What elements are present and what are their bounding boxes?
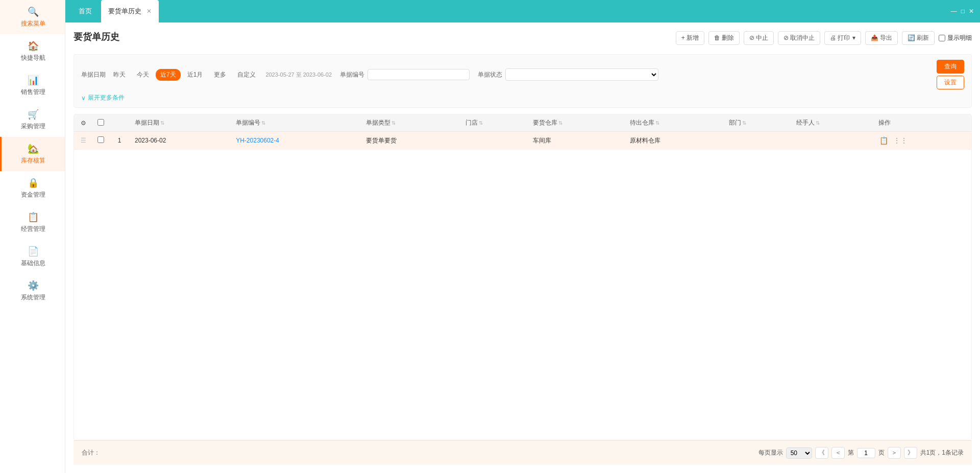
- col-doc-type: 单据类型⇅: [361, 114, 460, 132]
- table-wrap: ⚙ 单据日期⇅ 单据编号⇅ 单据类型⇅ 门店⇅ 要货仓库⇅ 待出仓库⇅ 部门⇅ …: [74, 114, 972, 440]
- row-handler: [791, 132, 873, 150]
- sidebar-item-search[interactable]: 🔍 搜索菜单: [0, 0, 65, 34]
- table-row: ☰ 1 2023-06-02 YH-20230602-4 要货单要货 车间库 原…: [74, 132, 971, 150]
- status-label: 单据状态: [478, 70, 502, 79]
- col-dept: 部门⇅: [724, 114, 791, 132]
- sidebar-item-inventory[interactable]: 🏡 库存核算: [0, 137, 65, 171]
- yesterday-btn[interactable]: 昨天: [109, 69, 130, 81]
- last7days-btn[interactable]: 近7天: [156, 69, 181, 81]
- print-button[interactable]: 🖨 打印 ▾: [824, 31, 861, 45]
- more-btn[interactable]: 更多: [209, 69, 231, 81]
- operations-icon: 📋: [28, 211, 39, 223]
- tab-requisition-history[interactable]: 要货单历史 ✕: [101, 0, 159, 22]
- maximize-button[interactable]: □: [961, 8, 965, 15]
- last1month-btn[interactable]: 近1月: [183, 69, 208, 81]
- doc-no-link[interactable]: YH-20230602-4: [236, 137, 279, 144]
- main-area: 首页 要货单历史 ✕ — □ ✕ 要货单历史 + 新增 🗑 删除: [65, 0, 980, 473]
- col-handler: 经手人⇅: [791, 114, 873, 132]
- row-store: [460, 132, 528, 150]
- total-info: 共1页，1条记录: [920, 448, 964, 457]
- refresh-button[interactable]: 🔄 刷新: [902, 31, 935, 45]
- print-dropdown-icon: ▾: [852, 34, 855, 41]
- reqwh-sort-icon[interactable]: ⇅: [558, 120, 562, 126]
- date-sort-icon[interactable]: ⇅: [160, 120, 164, 126]
- finance-icon: 🔒: [28, 177, 39, 188]
- row-num: 1: [109, 132, 130, 150]
- filter-row: 单据日期 昨天 今天 近7天 近1月 更多 自定义 2023-05-27 至 2…: [81, 60, 964, 89]
- doctype-sort-icon[interactable]: ⇅: [391, 120, 396, 126]
- new-button[interactable]: + 新增: [676, 31, 704, 45]
- row-checkbox: [92, 132, 109, 150]
- page-input[interactable]: [857, 448, 875, 458]
- export-button[interactable]: 📤 导出: [865, 31, 898, 45]
- row-dept: [724, 132, 791, 150]
- doc-number-label: 单据编号: [340, 70, 364, 79]
- tab-close-icon[interactable]: ✕: [146, 8, 152, 15]
- system-icon: ⚙️: [28, 280, 39, 291]
- date-filter: 单据日期 昨天 今天 近7天 近1月 更多 自定义 2023-05-27 至 2…: [81, 69, 332, 81]
- close-button[interactable]: ✕: [969, 8, 974, 15]
- sidebar-item-basic-info[interactable]: 📄 基础信息: [0, 240, 65, 274]
- row-doc-no: YH-20230602-4: [231, 132, 361, 150]
- col-num: [109, 114, 130, 132]
- show-detail-checkbox[interactable]: [939, 35, 945, 41]
- query-button[interactable]: 查询: [937, 60, 964, 74]
- page-title: 要货单历史: [74, 31, 119, 43]
- next-page-button[interactable]: ＞: [888, 447, 901, 459]
- show-detail-toggle[interactable]: 显示明细: [939, 34, 972, 42]
- table-footer: 合计： 每页显示 20 50 100 200 《 ＜ 第 页 ＞ 》 共1页，1…: [74, 440, 972, 465]
- data-table: ⚙ 单据日期⇅ 单据编号⇅ 单据类型⇅ 门店⇅ 要货仓库⇅ 待出仓库⇅ 部门⇅ …: [74, 114, 971, 150]
- prev-page-button[interactable]: ＜: [831, 447, 845, 459]
- expand-more[interactable]: ∨ 展开更多条件: [81, 93, 964, 102]
- row-more-icon[interactable]: ⋮⋮: [892, 135, 909, 146]
- docno-sort-icon[interactable]: ⇅: [261, 120, 265, 126]
- dept-sort-icon[interactable]: ⇅: [742, 120, 746, 126]
- expand-icon: ∨: [81, 94, 86, 102]
- row-date: 2023-06-02: [130, 132, 231, 150]
- sidebar-item-sales[interactable]: 📊 销售管理: [0, 68, 65, 103]
- stop-button[interactable]: ⊘ 中止: [744, 31, 774, 45]
- col-date: 单据日期⇅: [130, 114, 231, 132]
- status-filter: 单据状态: [478, 68, 928, 81]
- custom-btn[interactable]: 自定义: [233, 69, 260, 81]
- select-all-checkbox[interactable]: [97, 119, 104, 126]
- row-gear: ☰: [74, 132, 92, 150]
- today-btn[interactable]: 今天: [132, 69, 154, 81]
- row-pending-warehouse: 原材料仓库: [625, 132, 724, 150]
- last-page-button[interactable]: 》: [904, 447, 917, 459]
- query-actions: 查询 设置: [937, 60, 964, 89]
- row-select-checkbox[interactable]: [97, 136, 104, 143]
- sidebar-item-finance[interactable]: 🔒 资金管理: [0, 171, 65, 205]
- col-action: 操作: [873, 114, 971, 132]
- row-actions: 📋 ⋮⋮: [873, 132, 971, 150]
- sidebar: 🔍 搜索菜单 🏠 快捷导航 📊 销售管理 🛒 采购管理 🏡 库存核算 🔒 资金管…: [0, 0, 65, 473]
- col-gear: ⚙: [74, 114, 92, 132]
- store-sort-icon[interactable]: ⇅: [479, 120, 483, 126]
- filter-area: 单据日期 昨天 今天 近7天 近1月 更多 自定义 2023-05-27 至 2…: [74, 54, 972, 108]
- minimize-button[interactable]: —: [951, 8, 957, 15]
- date-range-display: 2023-05-27 至 2023-06-02: [265, 71, 332, 79]
- search-menu-icon: 🔍: [28, 6, 39, 17]
- doc-number-filter: 单据编号: [340, 69, 470, 80]
- handler-sort-icon[interactable]: ⇅: [816, 120, 820, 126]
- tab-home[interactable]: 首页: [71, 0, 99, 22]
- row-view-icon[interactable]: 📋: [878, 135, 889, 146]
- pendwh-sort-icon[interactable]: ⇅: [655, 120, 659, 126]
- sidebar-item-purchase[interactable]: 🛒 采购管理: [0, 103, 65, 137]
- status-select[interactable]: [505, 68, 658, 81]
- cancel-stop-button[interactable]: ⊘ 取消中止: [778, 31, 820, 45]
- purchase-icon: 🛒: [28, 109, 39, 120]
- sidebar-item-operations[interactable]: 📋 经营管理: [0, 205, 65, 240]
- sidebar-item-quick-nav[interactable]: 🏠 快捷导航: [0, 34, 65, 68]
- per-page-select[interactable]: 20 50 100 200: [786, 447, 812, 459]
- content-area: 要货单历史 + 新增 🗑 删除 ⊘ 中止 ⊘ 取消中止 🖨: [65, 22, 980, 473]
- page-suffix: 页: [878, 448, 885, 457]
- page-label: 第: [848, 448, 854, 457]
- first-page-button[interactable]: 《: [815, 447, 828, 459]
- toolbar: + 新增 🗑 删除 ⊘ 中止 ⊘ 取消中止 🖨 打印 ▾: [676, 31, 972, 45]
- delete-button[interactable]: 🗑 删除: [708, 31, 740, 45]
- col-doc-no: 单据编号⇅: [231, 114, 361, 132]
- settings-button[interactable]: 设置: [937, 76, 964, 89]
- sidebar-item-system[interactable]: ⚙️ 系统管理: [0, 274, 65, 308]
- doc-number-input[interactable]: [368, 69, 470, 80]
